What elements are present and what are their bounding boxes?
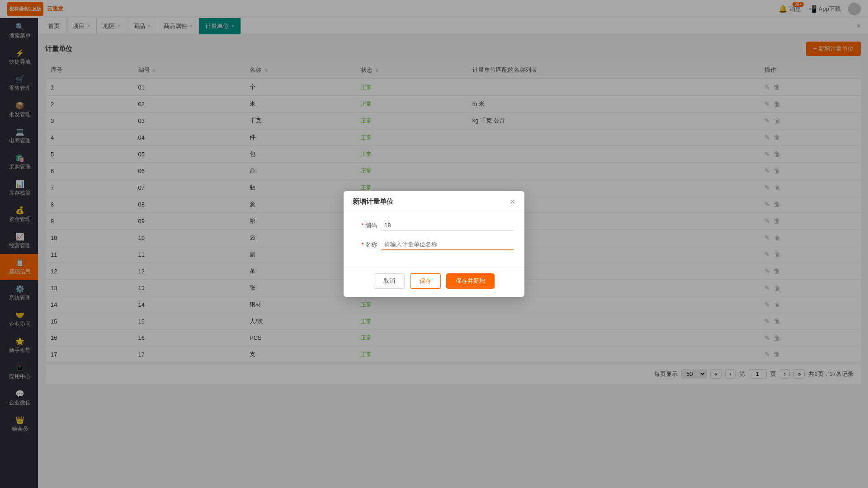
dialog-header: 新增计量单位 ✕ [344,191,524,211]
form-row-name: 名称 [354,239,514,250]
save-button[interactable]: 保存 [410,273,441,289]
name-input[interactable] [382,239,514,250]
save-new-button[interactable]: 保存并新增 [446,273,495,289]
cancel-button[interactable]: 取消 [374,273,405,289]
dialog-footer: 取消 保存 保存并新增 [344,267,524,297]
dialog-close-icon[interactable]: ✕ [509,197,515,206]
modal-overlay: 新增计量单位 ✕ 编码 名称 取消 保存 保存并新增 [0,0,868,488]
add-unit-dialog: 新增计量单位 ✕ 编码 名称 取消 保存 保存并新增 [344,191,524,297]
code-label: 编码 [354,221,377,230]
code-input[interactable] [382,220,514,231]
dialog-title: 新增计量单位 [353,197,393,206]
name-label: 名称 [354,241,377,249]
form-row-code: 编码 [354,220,514,231]
dialog-body: 编码 名称 [344,211,524,267]
